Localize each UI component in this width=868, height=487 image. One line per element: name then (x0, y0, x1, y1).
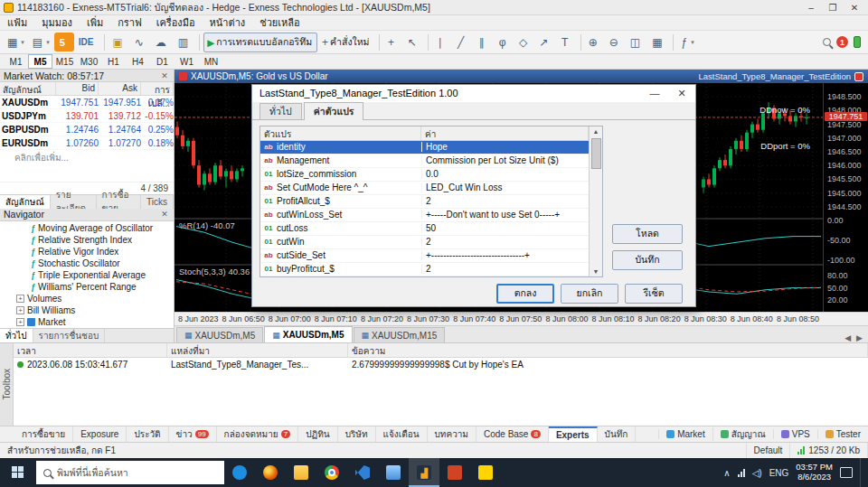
navigator-item[interactable]: + ƒ Volumes (0, 293, 174, 304)
toolbar-item[interactable] (199, 34, 200, 51)
market-watch-tab[interactable]: สัญลักษณ์ (0, 195, 51, 209)
maximize-button[interactable]: ❐ (823, 1, 843, 14)
search-icon[interactable] (823, 38, 831, 46)
show-desktop-button[interactable] (860, 458, 864, 487)
navigator-tab[interactable]: รายการชื่นชอบ (33, 329, 106, 342)
toolbar-item[interactable]: ∿ (131, 33, 151, 52)
language-indicator[interactable]: ENG (769, 468, 789, 478)
toolbar-item[interactable]: T (557, 33, 577, 52)
toolbox-tab[interactable]: บทความ (428, 426, 476, 442)
expand-icon[interactable]: + (16, 295, 24, 303)
cancel-button[interactable]: ยกเลิก (561, 284, 618, 304)
menu-item[interactable]: มุมมอง (34, 14, 80, 32)
volume-icon[interactable]: ◁) (752, 468, 762, 478)
dialog-title-bar[interactable]: LastStand_Type8_Manager_TestEdition 1.00… (252, 85, 695, 102)
toolbox-tab[interactable]: ข่าว 99 (169, 426, 217, 442)
toolbox-tab[interactable]: แจ้งเตือน (376, 426, 428, 442)
column-change[interactable]: การเปลี... (141, 82, 174, 95)
parameter-row[interactable]: 01 buyProfitcut_$ 2 (260, 263, 589, 276)
column-message[interactable]: ข้อความ (348, 343, 868, 357)
menu-item[interactable]: ช่วยเหลือ (252, 14, 307, 32)
tray-expand-icon[interactable]: ∧ (723, 468, 730, 478)
toolbox-tab[interactable]: การซื้อขาย (14, 426, 73, 442)
menu-item[interactable]: แฟ้ม (0, 14, 34, 32)
market-watch-tab[interactable]: Ticks (141, 195, 174, 209)
scroll-down-icon[interactable]: ▼ (593, 267, 599, 276)
file-explorer-icon[interactable] (378, 458, 409, 487)
line-icon[interactable] (470, 458, 501, 487)
time-axis[interactable]: 8 Jun 20238 Jun 06:508 Jun 07:008 Jun 07… (175, 312, 868, 325)
toolbar-item[interactable]: ╱ (453, 33, 473, 52)
timeframe-button[interactable]: M30 (77, 54, 101, 69)
market-watch-row[interactable]: EURUSDm 1.07260 1.07270 0.18% (0, 136, 174, 150)
parameter-row[interactable]: ab cutSide_Set +------------------------… (260, 249, 589, 263)
market-watch-tab[interactable]: รายละเอียด (51, 195, 97, 209)
toolbar-item[interactable]: ▶ การเทรดแบบอัลกอริทึม (203, 33, 317, 52)
chrome-icon[interactable] (316, 458, 347, 487)
navigator-tab[interactable]: ทั่วไป (0, 329, 33, 342)
column-source[interactable]: แหล่งที่มา (167, 343, 348, 357)
toolbar-item[interactable]: ↖ (404, 33, 424, 52)
navigator-item[interactable]: ƒ Relative Strength Index (0, 234, 174, 246)
parameter-row[interactable]: 01 lotSize_commission 0.0 (260, 168, 589, 182)
toolbar-item[interactable]: φ (495, 33, 514, 52)
toolbar-item[interactable] (104, 34, 105, 51)
toolbar-item[interactable]: + (383, 33, 403, 52)
save-button[interactable]: บันทึก (612, 250, 683, 270)
navigator-item[interactable]: ƒ Stochastic Oscillator (0, 258, 174, 269)
toolbar-item[interactable]: ∣ (432, 33, 452, 52)
scrollbar-thumb[interactable] (591, 138, 601, 169)
quick-access-item[interactable]: Tester (817, 429, 868, 439)
toolbar-item[interactable]: ▦ (648, 33, 669, 52)
navigator-item[interactable]: ƒ Relative Vigor Index (0, 246, 174, 258)
quick-access-item[interactable]: VPS (773, 429, 817, 439)
menu-item[interactable]: กราฟ (110, 14, 149, 32)
scroll-up-icon[interactable]: ▲ (593, 126, 599, 136)
network-icon[interactable] (738, 468, 745, 477)
toolbar-item[interactable]: ▦ ▾ (4, 33, 28, 52)
timeframe-button[interactable]: M5 (28, 54, 52, 69)
navigator-item[interactable]: + ƒ Market (0, 316, 174, 328)
notification-badge[interactable]: 1 (836, 36, 848, 48)
toolbox-tab[interactable]: บันทึก (598, 426, 637, 442)
toolbar-item[interactable]: ☁ (152, 33, 174, 52)
quick-access-item[interactable]: Market (658, 429, 712, 439)
chart-tab[interactable]: ▦ XAUUSDm,M5 (264, 326, 352, 342)
toolbox-tab[interactable]: Experts (549, 426, 598, 442)
column-value[interactable]: ค่า (421, 126, 589, 140)
toolbar-item[interactable]: 5 (54, 33, 74, 52)
mt5-icon[interactable]: ▟ (409, 458, 439, 487)
dialog-tab[interactable]: ทั่วไป (259, 103, 302, 119)
chart-tab[interactable]: ▦ XAUUSDm,M15 (354, 327, 446, 342)
expand-icon[interactable]: + (16, 306, 24, 314)
table-scrollbar[interactable]: ▲ ▼ (589, 126, 602, 276)
profile-selector[interactable]: Default (747, 443, 791, 458)
parameter-row[interactable]: ab identity Hope (260, 141, 589, 155)
navigator-item[interactable]: ƒ Triple Exponential Average (0, 269, 174, 281)
parameter-row[interactable]: 01 cutLoss 50 (260, 222, 589, 236)
parameter-row[interactable]: ab cutWinLoss_Set +-----Don't want to us… (260, 209, 589, 222)
market-watch-row[interactable]: GBPUSDm 1.24746 1.24764 0.25% (0, 123, 174, 136)
column-time[interactable]: เวลา (14, 343, 167, 357)
vscode-icon[interactable] (347, 458, 378, 487)
navigator-item[interactable]: ƒ Moving Average of Oscillator (0, 222, 174, 234)
toolbox-tab[interactable]: กล่องจดหมาย 7 (217, 426, 299, 442)
toolbox-tab[interactable]: ปฏิทิน (298, 426, 338, 442)
ea-icon[interactable] (854, 72, 863, 81)
market-watch-row[interactable]: USDJPYm 139.701 139.712 -0.15% (0, 109, 174, 123)
folder-icon[interactable] (286, 458, 316, 487)
toolbar-item[interactable] (379, 34, 380, 51)
timeframe-button[interactable]: M1 (4, 54, 28, 69)
toolbar-item[interactable]: ▥ (175, 33, 195, 52)
menu-item[interactable]: หน้าต่าง (203, 14, 253, 32)
close-button[interactable]: ✕ (844, 1, 864, 14)
market-watch-row[interactable]: XAUUSDm 1947.751 1947.951 0.17% (0, 96, 174, 109)
toolbox-tab[interactable]: Exposure (73, 426, 127, 442)
chart-tab[interactable]: ▦ XAUUSDm,M5 (176, 327, 263, 342)
toolbar-item[interactable] (673, 34, 674, 51)
toolbar-item[interactable]: + คำสั่งใหม่ (318, 33, 374, 52)
quick-access-item[interactable]: สัญญาณ (712, 427, 773, 441)
load-button[interactable]: โหลด (612, 224, 683, 244)
tab-scroll-left-icon[interactable]: ◀ (844, 333, 851, 342)
toolbar-item[interactable]: ▣ (108, 33, 129, 52)
